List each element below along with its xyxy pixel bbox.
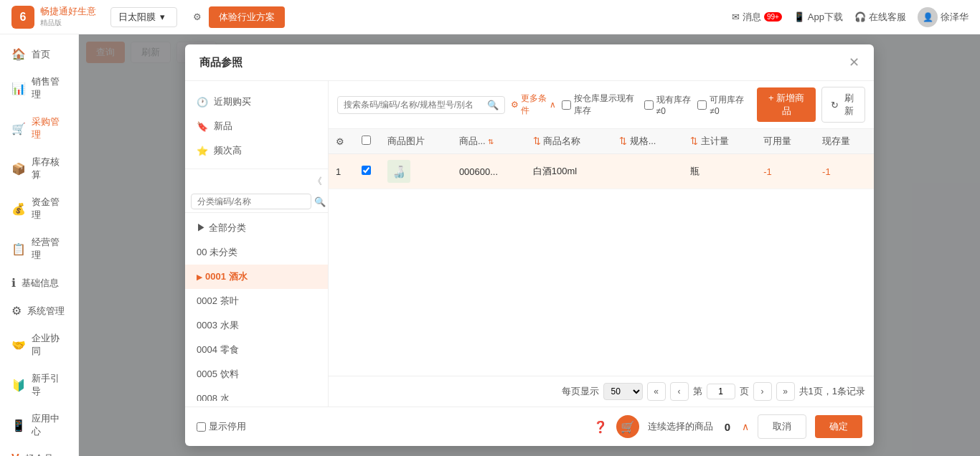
settings-icon[interactable]: ⚙ bbox=[186, 6, 209, 29]
enterprise-icon: 🤝 bbox=[11, 338, 26, 352]
checkbox-stock-input[interactable] bbox=[644, 100, 654, 110]
recent-icon: 🕐 bbox=[197, 97, 208, 108]
quick-frequent[interactable]: ⭐ 频次高 bbox=[185, 138, 328, 163]
sidebar-item-inventory[interactable]: 📦 库存核算 bbox=[0, 148, 78, 189]
experience-btn[interactable]: 体验行业方案 bbox=[209, 6, 285, 28]
search-classify-icon[interactable]: 🔍 bbox=[314, 196, 326, 207]
category-4[interactable]: 0004 零食 bbox=[185, 338, 328, 362]
modal-title: 商品参照 bbox=[199, 56, 242, 70]
col-name[interactable]: ⇅ 商品名称 bbox=[526, 129, 612, 154]
sidebar-item-home[interactable]: 🏠 首页 bbox=[0, 40, 78, 68]
product-thumbnail: 🍶 bbox=[387, 160, 410, 183]
quick-new[interactable]: 🔖 新品 bbox=[185, 114, 328, 138]
logo-name: 畅捷通好生意 bbox=[40, 6, 96, 18]
col-image: 商品图片 bbox=[380, 129, 452, 154]
page-last-btn[interactable]: » bbox=[776, 382, 795, 401]
user-menu[interactable]: 👤 徐泽华 bbox=[918, 7, 969, 27]
purchase-icon: 🛒 bbox=[11, 122, 26, 136]
modal-right-panel: 🔍 ⚙ 更多条件 ∧ 按仓库显示现有库存 bbox=[329, 81, 874, 407]
col-settings[interactable]: ⚙ bbox=[329, 129, 354, 154]
message-badge: 99+ bbox=[764, 12, 782, 22]
classify-search-area: 🔍 bbox=[185, 191, 328, 213]
page-input[interactable] bbox=[707, 384, 735, 399]
quick-access: 🕐 近期购买 🔖 新品 ⭐ 频次高 bbox=[185, 87, 328, 166]
confirm-btn[interactable]: 确定 bbox=[815, 415, 862, 438]
collapse-btn[interactable]: 《 bbox=[307, 172, 328, 191]
sidebar-item-purchase[interactable]: 🛒 采购管理 bbox=[0, 108, 78, 148]
add-product-btn[interactable]: + 新增商品 bbox=[757, 87, 816, 122]
category-2[interactable]: 0002 茶叶 bbox=[185, 289, 328, 313]
page-prev-btn[interactable]: ‹ bbox=[670, 382, 689, 401]
sidebar-item-finance[interactable]: 💰 资金管理 bbox=[0, 189, 78, 229]
close-icon[interactable]: ✕ bbox=[849, 54, 859, 70]
checkbox-available-input[interactable] bbox=[697, 100, 707, 110]
sidebar-item-sales[interactable]: 📊 销售管理 bbox=[0, 68, 78, 108]
modal-header: 商品参照 ✕ bbox=[185, 44, 874, 81]
cancel-btn[interactable]: 取消 bbox=[758, 414, 806, 439]
checkbox-warehouse-input[interactable] bbox=[562, 100, 571, 110]
logo-sub: 精品版 bbox=[40, 18, 96, 28]
category-list: ▶ 全部分类 00 未分类 ▶ 0001 酒水 0002 bbox=[185, 213, 328, 401]
category-6-label: 0008 水 bbox=[197, 393, 230, 401]
filter-label: 更多条件 bbox=[521, 92, 547, 117]
row-checkbox[interactable] bbox=[354, 154, 380, 189]
row-index: 1 bbox=[329, 154, 354, 189]
checkbox-warehouse[interactable]: 按仓库显示现有库存 bbox=[562, 92, 639, 117]
collapse-panel-icon[interactable]: ∧ bbox=[742, 421, 749, 432]
row-available: -1 bbox=[756, 154, 815, 189]
col-checkbox[interactable] bbox=[354, 129, 380, 154]
sidebar-item-apps[interactable]: 📱 应用中心 bbox=[0, 405, 78, 445]
nav-right: ✉ 消息 99+ 📱 App下载 🎧 在线客服 👤 徐泽华 bbox=[732, 7, 969, 27]
sidebar-item-enterprise[interactable]: 🤝 企业协同 bbox=[0, 325, 78, 365]
product-search-input[interactable] bbox=[344, 100, 487, 110]
quick-recent[interactable]: 🕐 近期购买 bbox=[185, 90, 328, 114]
col-spec[interactable]: ⇅ 规格... bbox=[612, 129, 683, 154]
sidebar-item-guide[interactable]: 🔰 新手引导 bbox=[0, 365, 78, 405]
per-page-select[interactable]: 50 100 200 bbox=[603, 383, 643, 400]
guide-icon: 🔰 bbox=[11, 379, 26, 392]
category-6[interactable]: 0008 水 bbox=[185, 386, 328, 401]
sidebar-item-basic[interactable]: ℹ 基础信息 bbox=[0, 269, 78, 297]
col-code[interactable]: 商品... ⇅ bbox=[452, 129, 526, 154]
sidebar-item-management[interactable]: 📋 经营管理 bbox=[0, 229, 78, 269]
service-btn[interactable]: 🎧 在线客服 bbox=[854, 11, 906, 24]
category-1[interactable]: ▶ 0001 酒水 bbox=[185, 265, 328, 289]
finance-icon: 💰 bbox=[11, 202, 26, 216]
sidebar-item-member[interactable]: V 畅会员 bbox=[0, 445, 78, 456]
classify-search-input[interactable] bbox=[191, 194, 311, 209]
show-disabled-label[interactable]: 显示停用 bbox=[197, 420, 246, 433]
select-all-checkbox[interactable] bbox=[362, 136, 371, 145]
table-row[interactable]: 1 🍶 000600... 白酒100ml bbox=[329, 154, 874, 189]
modal-toolbar: 🔍 ⚙ 更多条件 ∧ 按仓库显示现有库存 bbox=[329, 81, 874, 129]
checkbox-available[interactable]: 可用库存≠0 bbox=[697, 94, 745, 116]
sidebar-label-guide: 新手引导 bbox=[32, 372, 67, 398]
page-label: 第 bbox=[693, 385, 702, 398]
page-next-btn[interactable]: › bbox=[753, 382, 772, 401]
search-btn[interactable]: 🔍 bbox=[487, 100, 499, 110]
table-header-row: ⚙ 商品图片 商品... ⇅ ⇅ bbox=[329, 129, 874, 154]
message-btn[interactable]: ✉ 消息 99+ bbox=[732, 11, 782, 24]
category-0[interactable]: 00 未分类 bbox=[185, 240, 328, 265]
management-icon: 📋 bbox=[11, 242, 26, 256]
row-name: 白酒100ml bbox=[526, 154, 612, 189]
category-5[interactable]: 0005 饮料 bbox=[185, 362, 328, 386]
page-first-btn[interactable]: « bbox=[647, 382, 666, 401]
page-suffix: 页 bbox=[740, 385, 749, 398]
category-all[interactable]: ▶ 全部分类 bbox=[185, 216, 328, 240]
apps-icon: 📱 bbox=[11, 419, 26, 432]
show-disabled-checkbox[interactable] bbox=[197, 422, 206, 432]
refresh-btn[interactable]: ↻ 刷新 bbox=[821, 87, 865, 123]
category-3[interactable]: 0003 水果 bbox=[185, 313, 328, 338]
checkbox-stock[interactable]: 现有库存≠0 bbox=[644, 94, 692, 116]
service-label: 在线客服 bbox=[869, 11, 906, 24]
sidebar-item-system[interactable]: ⚙ 系统管理 bbox=[0, 297, 78, 325]
sidebar: 🏠 首页 📊 销售管理 🛒 采购管理 📦 库存核算 💰 资金管理 📋 经营管理 … bbox=[0, 34, 79, 456]
cart-icon-btn[interactable]: 🛒 bbox=[616, 415, 639, 438]
store-selector[interactable]: 日太阳膜 ▾ bbox=[110, 7, 177, 27]
help-icon[interactable]: ❓ bbox=[593, 420, 608, 434]
app-download-btn[interactable]: 📱 App下载 bbox=[793, 11, 843, 24]
col-unit[interactable]: ⇅ 主计量 bbox=[683, 129, 756, 154]
username: 徐泽华 bbox=[941, 11, 969, 24]
filter-btn[interactable]: ⚙ 更多条件 ∧ bbox=[511, 92, 556, 117]
category-1-label: 0001 酒水 bbox=[205, 270, 248, 283]
